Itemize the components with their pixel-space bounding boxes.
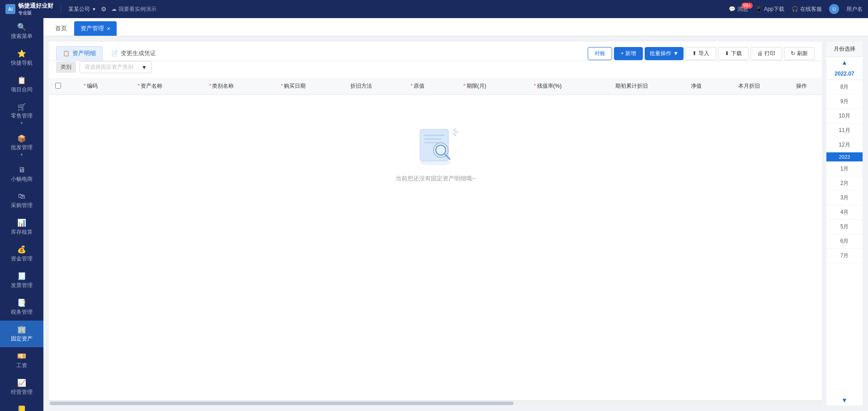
- sidebar-item-search[interactable]: 🔍 搜索菜单: [0, 18, 43, 45]
- message-button[interactable]: 💬 消息 99+: [729, 5, 748, 13]
- sidebar-item-wholesale[interactable]: 📦 批发管理 ▼: [0, 130, 43, 161]
- sub-tab-detail[interactable]: 📋 资产明细: [56, 46, 103, 61]
- tab-home[interactable]: 首页: [49, 21, 73, 36]
- detail-tab-icon: 📋: [63, 50, 70, 57]
- sub-tab-voucher[interactable]: 📄 变更生成凭证: [104, 46, 163, 61]
- settings-icon[interactable]: ⚙: [101, 5, 107, 13]
- sidebar-label-inventory: 库存核算: [11, 228, 33, 236]
- scroll-thumb[interactable]: [50, 402, 514, 405]
- month-nav-up[interactable]: ▲: [826, 57, 863, 68]
- th-period: *期限(月): [441, 78, 509, 95]
- brand-sub: 专业版: [18, 10, 53, 16]
- svg-rect-4: [424, 138, 441, 140]
- checkbox-header: [49, 78, 67, 95]
- brand-logo: Ai 畅捷通好业财 专业版: [5, 2, 53, 16]
- sidebar-label-search: 搜索菜单: [11, 33, 33, 40]
- tab-assets-label: 资产管理: [80, 24, 104, 33]
- sidebar-item-project[interactable]: 📋 项目合同: [0, 71, 43, 98]
- sidebar-label-project: 项目合同: [11, 86, 33, 94]
- message-icon: 💬: [729, 6, 736, 12]
- month-item-feb[interactable]: 2月: [826, 176, 863, 191]
- month-item-nov[interactable]: 11月: [826, 123, 863, 138]
- th-name: *资产名称: [114, 78, 186, 95]
- sidebar-item-fixedassets[interactable]: 🏢 固定资产: [0, 321, 43, 347]
- batch-arrow-icon: ▼: [673, 50, 679, 57]
- th-residualrate: *残值率(%): [509, 78, 587, 95]
- tab-close-icon[interactable]: ✕: [107, 26, 110, 31]
- tab-assets[interactable]: 资产管理 ✕: [74, 21, 117, 36]
- refresh-label: 刷新: [797, 50, 808, 57]
- main-panel: 📋 资产明细 📄 变更生成凭证 对账 + 新增: [49, 42, 822, 406]
- month-item-jul[interactable]: 7月: [826, 249, 863, 263]
- month-item-apr[interactable]: 4月: [826, 205, 863, 220]
- month-item-mar[interactable]: 3月: [826, 191, 863, 205]
- sidebar-item-quicknav[interactable]: ⭐ 快捷导航: [0, 45, 43, 71]
- category-select-arrow: ▼: [142, 64, 147, 71]
- sidebar-item-retail[interactable]: 🛒 零售管理 ▼: [0, 98, 43, 130]
- top-bar-left: Ai 畅捷通好业财 专业版 某某公司 ▼ ⚙ ☁ 我要看实例演示: [5, 2, 156, 16]
- horizontal-scrollbar[interactable]: [49, 400, 822, 406]
- import-button[interactable]: ⬆ 导入: [685, 47, 716, 60]
- batch-button[interactable]: 批量操作 ▼: [645, 47, 684, 60]
- sidebar-label-wholesale: 批发管理: [11, 144, 33, 151]
- month-item-dec[interactable]: 12月: [826, 138, 863, 152]
- print-icon: 🖨: [757, 50, 763, 57]
- retail-icon: 🛒: [17, 103, 26, 111]
- month-panel-title: 月份选择: [834, 46, 855, 52]
- th-depmethod: 折旧方法: [329, 78, 394, 95]
- select-all-checkbox[interactable]: [55, 83, 61, 89]
- th-originalvalue: *原值: [394, 78, 441, 95]
- online-service-button[interactable]: 🎧 在线客服: [792, 5, 822, 13]
- demo-hint-text: 我要看实例演示: [118, 5, 156, 13]
- ledger-icon: 📒: [17, 405, 26, 411]
- user-avatar[interactable]: U: [829, 4, 839, 14]
- main-layout: 🔍 搜索菜单 ⭐ 快捷导航 📋 项目合同 🛒 零售管理 ▼ 📦 批发管理 ▼: [0, 18, 868, 411]
- demo-hint[interactable]: ☁ 我要看实例演示: [111, 5, 156, 13]
- th-operation: 操作: [781, 78, 822, 95]
- add-button[interactable]: + 新增: [614, 47, 643, 60]
- th-buydate: *购买日期: [257, 78, 329, 95]
- tab-bar: 首页 资产管理 ✕: [43, 18, 868, 36]
- sidebar-item-ecommerce[interactable]: 🖥 小畅电商: [0, 161, 43, 188]
- category-select[interactable]: 请选择固定资产类别 ▼: [80, 61, 152, 73]
- company-selector[interactable]: 某某公司 ▼: [68, 5, 96, 13]
- sidebar-item-ledger[interactable]: 📒 总账管理: [0, 401, 43, 411]
- sidebar-item-purchase[interactable]: 🛍 采购管理: [0, 188, 43, 214]
- wholesale-icon: 📦: [17, 134, 26, 143]
- sidebar-label-invoice: 发票管理: [11, 282, 33, 289]
- refresh-button[interactable]: ↻ 刷新: [784, 47, 815, 60]
- month-panel-footer: ▼: [826, 395, 863, 406]
- print-button[interactable]: 🖨 打印: [750, 47, 782, 60]
- month-item-jun[interactable]: 6月: [826, 234, 863, 249]
- month-item-jan[interactable]: 1月: [826, 162, 863, 176]
- month-down-button[interactable]: ▼: [841, 397, 848, 404]
- finance-icon: 💰: [17, 245, 26, 254]
- sub-tabs: 📋 资产明细 📄 变更生成凭证 对账 + 新增: [49, 42, 822, 61]
- reconcile-button[interactable]: 对账: [588, 47, 612, 60]
- print-label: 打印: [764, 50, 775, 57]
- category-placeholder: 请选择固定资产类别: [85, 63, 133, 71]
- th-code: *编码: [67, 78, 114, 95]
- app-download-button[interactable]: 📱 App下载: [755, 5, 784, 13]
- month-list: 8月 9月 10月 11月 12月 2023 1月 2月 3月 4月 5月 6月…: [826, 80, 863, 395]
- service-icon: 🎧: [792, 6, 798, 12]
- sidebar-item-finance[interactable]: 💰 资金管理: [0, 241, 43, 267]
- month-item-aug[interactable]: 8月: [826, 80, 863, 94]
- sidebar-item-tax[interactable]: 📑 税务管理: [0, 294, 43, 321]
- sidebar-item-inventory[interactable]: 📊 库存核算: [0, 214, 43, 241]
- month-item-sep[interactable]: 9月: [826, 94, 863, 109]
- sidebar-item-operations[interactable]: 📈 经营管理: [0, 374, 43, 401]
- month-item-oct[interactable]: 10月: [826, 109, 863, 123]
- sidebar-label-salary: 工资: [16, 362, 27, 369]
- month-panel-header: 月份选择: [826, 42, 863, 57]
- month-item-may[interactable]: 5月: [826, 220, 863, 234]
- download-button[interactable]: ⬇ 下载: [718, 47, 749, 60]
- company-dropdown-arrow: ▼: [92, 7, 96, 12]
- assets-table-area: *编码 *资产名称 *类别名称 *购买日期 折旧方法 *原值 *期限(月) *残…: [49, 78, 822, 400]
- category-label: 类别: [56, 61, 76, 73]
- add-label: + 新增: [621, 50, 636, 57]
- retail-arrow: ▼: [20, 121, 24, 125]
- month-up-button[interactable]: ▲: [841, 59, 848, 66]
- sidebar-item-invoice[interactable]: 🧾 发票管理: [0, 267, 43, 294]
- sidebar-item-salary[interactable]: 💴 工资: [0, 347, 43, 374]
